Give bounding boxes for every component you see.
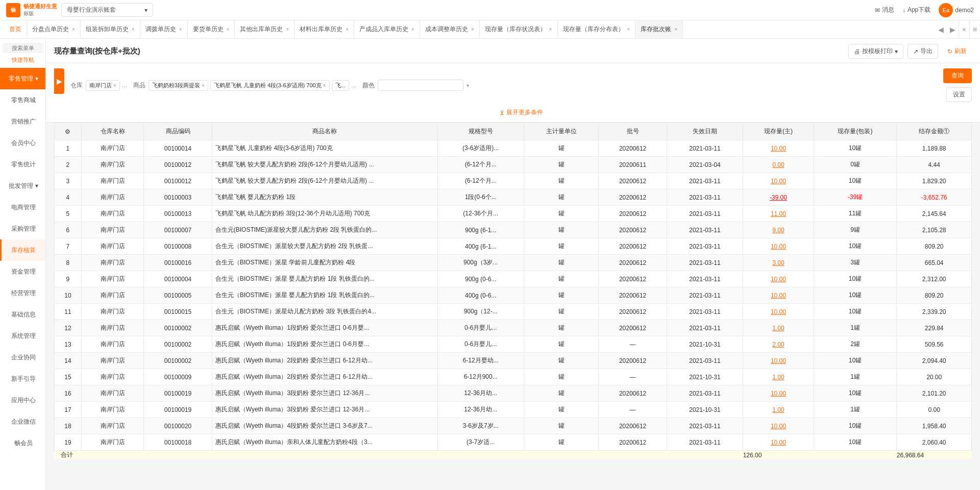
sidebar-item-appcenter[interactable]: 应用中心 xyxy=(0,389,46,411)
tab-xianzai1[interactable]: 现存量（库存状况表） × xyxy=(480,20,558,39)
sidebar-item-purchase[interactable]: 采购管理 xyxy=(0,218,46,239)
header-actions: 🖨 按模板打印 ▾ ↗ 导出 ↻ 刷新 xyxy=(848,44,972,59)
product-more-btn[interactable]: ... xyxy=(351,82,356,89)
search-menu-input[interactable] xyxy=(3,43,43,53)
sidebar-item-wechat[interactable]: 企业微信 xyxy=(0,411,46,432)
close-tab-chengben[interactable]: × xyxy=(471,27,474,32)
tab-kupi[interactable]: 库存批次账 × xyxy=(635,20,683,39)
remove-product-tag-1[interactable]: × xyxy=(202,83,205,88)
user-menu[interactable]: Ea demo2 xyxy=(939,3,974,17)
tab-yaohuo[interactable]: 要货单历史 × xyxy=(188,20,235,39)
close-tab-xianzai2[interactable]: × xyxy=(627,27,630,32)
app-download-btn[interactable]: ↓ App下载 xyxy=(902,6,930,14)
sidebar-item-system[interactable]: 系统管理 xyxy=(0,325,46,347)
table-row: 6 南岸门店 00100007 合生元(BIOSTIME)派星较大婴儿配方奶粉 … xyxy=(55,222,972,238)
close-tab-qita[interactable]: × xyxy=(286,27,289,32)
close-tab-kupi[interactable]: × xyxy=(674,27,677,32)
remove-warehouse-tag[interactable]: × xyxy=(113,83,116,88)
close-tab-diaobao[interactable]: × xyxy=(179,27,182,32)
refresh-button[interactable]: ↻ 刷新 xyxy=(942,44,972,58)
table-row: 11 南岸门店 00100015 合生元（BIOSTIME）派星幼儿配方奶粉 3… xyxy=(55,304,972,320)
settings-icon[interactable]: ⚙ xyxy=(65,128,70,135)
sidebar-item-inventory[interactable]: 库存核算 xyxy=(0,239,46,261)
row-qty-pkg: 10罐 xyxy=(814,385,897,402)
row-name: 飞鹤星飞帆 较大婴儿配方奶粉 2段(6-12个月婴幼儿适用) ... xyxy=(212,173,437,189)
row-warehouse: 南岸门店 xyxy=(81,206,143,222)
nav-tabs: 首页 分盘点单历史 × 组装拆卸单历史 × 调拨单历史 × 要货单历史 × 其他… xyxy=(0,20,980,39)
messages-btn[interactable]: ✉ 消息 xyxy=(875,6,894,14)
close-tab-chanpin[interactable]: × xyxy=(411,27,414,32)
row-unit: 罐 xyxy=(524,271,599,287)
tab-chengben[interactable]: 成本调整单历史 × xyxy=(420,20,480,39)
product-tag-2: 飞鹤星飞帆 儿童奶粉 4段(3-6岁适用) 700克 × xyxy=(210,80,330,91)
sidebar-item-finance[interactable]: 资金管理 xyxy=(0,261,46,282)
close-tab-cailiao[interactable]: × xyxy=(346,27,349,32)
expand-search-arrow[interactable]: ▶ xyxy=(54,68,64,94)
row-warehouse: 南岸门店 xyxy=(81,402,143,418)
tab-xianzai2[interactable]: 现存量（库存分布表） × xyxy=(558,20,636,39)
warehouse-more-btn[interactable]: ... xyxy=(122,82,127,89)
row-expire: 2021-03-11 xyxy=(667,189,743,206)
print-dropdown-arrow[interactable]: ▾ xyxy=(895,48,898,55)
sidebar-item-retail-mgmt[interactable]: 零售管理 ▾ xyxy=(0,68,46,89)
row-batch: 20200612 xyxy=(599,353,667,369)
sidebar-item-member-center[interactable]: 会员中心 xyxy=(0,132,46,154)
row-unit: 罐 xyxy=(524,369,599,385)
tab-qita[interactable]: 其他出库单历史 × xyxy=(235,20,295,39)
tab-home[interactable]: 首页 xyxy=(4,20,27,39)
row-amount: 1,189.88 xyxy=(897,140,972,157)
row-batch: 20200612 xyxy=(599,238,667,255)
sidebar-item-business[interactable]: 经营管理 xyxy=(0,282,46,304)
row-qty-pkg: -39罐 xyxy=(814,189,897,206)
main-content: 现存量查询(按仓库+批次) 🖨 按模板打印 ▾ ↗ 导出 ↻ 刷新 xyxy=(46,39,980,490)
account-selector[interactable]: 母婴行业演示账套 ▾ xyxy=(61,3,153,17)
row-qty-main: 2.00 xyxy=(743,336,814,353)
sidebar-item-basic[interactable]: 基础信息 xyxy=(0,304,46,325)
row-batch: 20200611 xyxy=(599,157,667,173)
nav-prev[interactable]: ◀ xyxy=(935,20,947,39)
sidebar-item-retail-stats[interactable]: 零售统计 xyxy=(0,154,46,175)
row-unit: 罐 xyxy=(524,222,599,238)
row-amount: 2,312.00 xyxy=(897,271,972,287)
nav-next[interactable]: ▶ xyxy=(947,20,959,39)
expand-more-conditions[interactable]: ⊻ 展开更多条件 xyxy=(500,108,543,117)
close-tab-xianzai1[interactable]: × xyxy=(549,27,552,32)
remove-product-tag-2[interactable]: × xyxy=(323,83,326,88)
print-button[interactable]: 🖨 按模板打印 ▾ xyxy=(848,44,903,59)
row-spec: 6-12月婴幼... xyxy=(437,353,524,369)
sidebar-item-guide[interactable]: 新手引导 xyxy=(0,368,46,389)
tab-chanpin[interactable]: 产成品入库单历史 × xyxy=(354,20,420,39)
tab-cailiao[interactable]: 材料出库单历史 × xyxy=(295,20,354,39)
top-bar: 畅 畅捷通好生意 标版 母婴行业演示账套 ▾ ✉ 消息 ↓ App下载 Ea d… xyxy=(0,0,980,20)
tab-fenpen[interactable]: 分盘点单历史 × xyxy=(27,20,81,39)
table-row: 2 南岸门店 00100012 飞鹤星飞帆 较大婴儿配方奶粉 2段(6-12个月… xyxy=(55,157,972,173)
query-button[interactable]: 查询 xyxy=(943,68,972,83)
sidebar-item-ecommerce[interactable]: 电商管理 xyxy=(0,197,46,218)
sidebar-item-retail-shop[interactable]: 零售商城 xyxy=(0,89,46,111)
export-button[interactable]: ↗ 导出 xyxy=(908,44,938,59)
sidebar-item-wholesale[interactable]: 批发管理 ▾ xyxy=(0,175,46,197)
color-input[interactable] xyxy=(378,80,463,91)
tab-diaobao[interactable]: 调拨单历史 × xyxy=(140,20,188,39)
close-tab-zuche[interactable]: × xyxy=(132,27,135,32)
close-tab-yaohuo[interactable]: × xyxy=(227,27,230,32)
row-unit: 罐 xyxy=(524,157,599,173)
sidebar-item-member[interactable]: 畅会员 xyxy=(0,432,46,454)
expand-tabs[interactable]: ⊞ xyxy=(969,20,980,39)
row-no: 18 xyxy=(55,418,82,434)
table-row: 7 南岸门店 00100008 合生元（BIOSTIME）派星较大婴儿配方奶粉 … xyxy=(55,238,972,255)
tab-zuche[interactable]: 组装拆卸单历史 × xyxy=(81,20,140,39)
row-batch: 20200612 xyxy=(599,255,667,271)
row-qty-pkg: 10罐 xyxy=(814,271,897,287)
col-warehouse: 仓库名称 xyxy=(81,123,143,140)
row-no: 7 xyxy=(55,238,82,255)
close-tab-fenpen[interactable]: × xyxy=(72,27,75,32)
settings-button[interactable]: 设置 xyxy=(946,87,972,102)
close-all-tabs[interactable]: × xyxy=(959,20,969,39)
sidebar-item-enterprise[interactable]: 企业协同 xyxy=(0,347,46,368)
quick-nav[interactable]: 快捷导航 xyxy=(12,56,34,64)
color-dropdown-arrow[interactable]: ▾ xyxy=(467,83,469,88)
sidebar-item-marketing[interactable]: 营销推广 xyxy=(0,111,46,132)
search-row: 仓库 南岸门店 × ... 商品 xyxy=(70,68,972,102)
row-expire: 2021-03-11 xyxy=(667,353,743,369)
